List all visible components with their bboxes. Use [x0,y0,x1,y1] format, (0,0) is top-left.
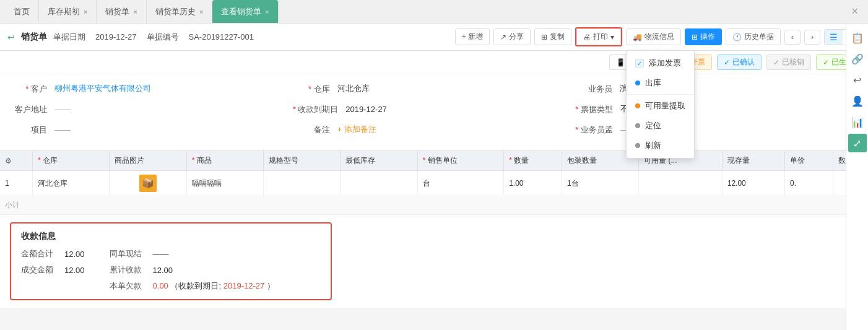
col-price: 单价 [785,151,833,171]
sidebar-icon-link[interactable]: 🔗 [848,50,867,68]
right-sidebar: 📋 🔗 ↩ 👤 📊 ⤢ [846,24,868,308]
tab-sales-history-close[interactable]: × [199,8,203,15]
sidebar-icon-user[interactable]: 👤 [848,92,867,110]
tab-view-sales[interactable]: 查看销货单 × [212,0,278,23]
copy-button[interactable]: ⊞ 复制 [534,28,571,45]
payment-info: 收款信息 金额合计 12.00 成交金额 12.00 同单现结 —— [10,222,332,300]
form-row-3: 项目 —— 备注 + 添加备注 业务员孟 —— [10,123,858,137]
same-order-label: 同单现结 [110,248,147,259]
effect-check-icon: ✓ [823,58,829,67]
transaction-value: 12.00 [64,266,85,275]
dropdown-available-qty[interactable]: 可用量提取 [627,96,694,116]
toolbar-left: ↩ 销货单 单据日期 2019-12-27 单据编号 SA-20191227-0… [7,32,254,43]
dropdown-add-invoice[interactable]: ✓ 添加发票 [627,53,694,73]
note-add-button[interactable]: + 添加备注 [335,123,379,137]
locate-dot-icon [635,123,640,128]
tab-sales-history[interactable]: 销货单历史 × [147,0,212,23]
form-row-1: 客户 柳州粤港平安气体有限公司 仓库 河北仓库 业务员 演示账号 [10,82,858,96]
dropdown-outbound[interactable]: 出库 [627,73,694,93]
form-section: 客户 柳州粤港平安气体有限公司 仓库 河北仓库 业务员 演示账号 客户地址 ——… [0,74,868,150]
ticket-label: 票据类型 [575,104,613,115]
row-product: 嗝嗝嗝嗝 [186,171,263,196]
view-list-button[interactable]: ☰ [825,30,843,45]
tab-sales-history-label: 销货单历史 [155,6,196,17]
print-button-wrap: 🖨 打印 ▾ [575,27,622,46]
cumulative-row: 累计收款 12.00 [110,264,275,276]
print-dropdown-icon: ▾ [610,33,614,41]
app-close-button[interactable]: × [846,5,863,18]
table-row: 1 河北仓库 📦 嗝嗝嗝嗝 台 1.00 1台 12.00 0. [0,171,868,196]
sold-check-icon: ✓ [773,58,779,67]
share-icon: ↗ [500,33,506,41]
print-button[interactable]: 🖨 打印 ▾ [576,28,621,45]
logistics-button[interactable]: 🚚 物流信息 [626,28,681,45]
product-table-wrapper: ⚙ 仓库 商品图片 商品 规格型号 最低库存 销售单位 数量 包装数量 可用量 … [0,150,868,215]
note-field: 备注 + 添加备注 [293,123,576,137]
tab-home-label: 首页 [14,6,30,17]
confirm-icon: ✓ [724,58,730,67]
col-min-stock: 最低库存 [341,151,417,171]
sidebar-icon-chart[interactable]: 📊 [848,113,867,131]
project-value: —— [52,124,73,136]
sidebar-icon-clipboard[interactable]: 📋 [848,28,867,47]
refresh-dot-icon [635,143,640,148]
available-qty-dot-icon [635,103,640,108]
dropdown-locate-label: 定位 [645,120,661,131]
due-date-value: 2019-12-27 [343,103,389,116]
confirm-button[interactable]: ✓ 已确认 [717,54,762,70]
address-field: 客户地址 —— [10,103,293,116]
operations-icon: ⊞ [692,33,698,41]
due-date-field: 收款到期日 2019-12-27 [293,103,576,116]
tab-view-sales-label: 查看销货单 [221,6,261,17]
amount-total-row: 金额合计 12.00 [21,248,85,259]
prev-button[interactable]: ‹ [784,30,801,45]
logistics-icon: 🚚 [633,33,642,41]
secondary-toolbar: 📱 来自手机 ● 未开票 ✓ 已确认 ✓ 已核销 ✓ 已生效 [0,51,868,74]
current-owe-row: 本单欠款 0.00 （收款到期日: 2019-12-27 ） [110,280,275,292]
history-icon: 🕐 [732,33,742,41]
cumulative-label: 累计收款 [110,264,147,276]
next-button[interactable]: › [804,30,820,45]
col-settings[interactable]: ⚙ [0,151,33,171]
doc-type-icon: ↩ [7,32,15,42]
col-unit: 销售单位 [417,151,504,171]
dropdown-locate[interactable]: 定位 [627,116,694,136]
product-table: ⚙ 仓库 商品图片 商品 规格型号 最低库存 销售单位 数量 包装数量 可用量 … [0,151,868,215]
date-value: 2019-12-27 [95,32,137,41]
tab-inventory-init-close[interactable]: × [84,8,87,15]
tab-sales-order-close[interactable]: × [133,8,137,15]
history-button[interactable]: 🕐 历史单据 [726,28,781,45]
row-stock: 12.00 [722,171,784,196]
salesperson-field: 业务员 演示账号 [575,82,858,96]
sidebar-icon-expand[interactable]: ⤢ [848,134,867,152]
payment-col-right: 同单现结 —— 累计收款 12.00 本单欠款 0.00 （收款到期日: 201… [110,248,275,292]
tab-view-sales-close[interactable]: × [265,8,269,15]
tab-home[interactable]: 首页 [5,0,39,23]
tab-sales-order[interactable]: 销货单 × [97,0,146,23]
address-label: 客户地址 [10,104,47,115]
project-field: 项目 —— [10,124,293,136]
subtotal-label: 小计 [0,196,868,215]
new-button[interactable]: + 新增 [455,28,490,45]
outbound-dot-icon [635,80,640,85]
sidebar-icon-refresh[interactable]: ↩ [848,71,867,89]
amount-total-label: 金额合计 [21,248,58,259]
row-min-stock [341,171,417,196]
share-button[interactable]: ↗ 分享 [493,28,531,45]
row-spec [263,171,340,196]
warehouse-label: 仓库 [293,84,330,95]
dropdown-outbound-label: 出库 [645,77,661,89]
customer-field: 客户 柳州粤港平安气体有限公司 [10,82,293,96]
sold-badge: ✓ 已核销 [766,54,811,70]
date-label: 单据日期 [53,32,85,43]
col-product: 商品 [186,151,263,171]
customer-value[interactable]: 柳州粤港平安气体有限公司 [52,82,154,96]
form-row-2: 客户地址 —— 收款到期日 2019-12-27 票据类型 不开票 [10,102,858,116]
row-unit: 台 [417,171,504,196]
col-quantity: 数量 [504,151,562,171]
operations-button[interactable]: ⊞ 操作 [685,28,722,45]
tab-inventory-init[interactable]: 库存期初 × [39,0,97,23]
content-area: 📱 来自手机 ● 未开票 ✓ 已确认 ✓ 已核销 ✓ 已生效 客户 柳州粤港平安… [0,51,868,308]
dropdown-refresh[interactable]: 刷新 [627,136,694,155]
row-warehouse: 河北仓库 [33,171,110,196]
